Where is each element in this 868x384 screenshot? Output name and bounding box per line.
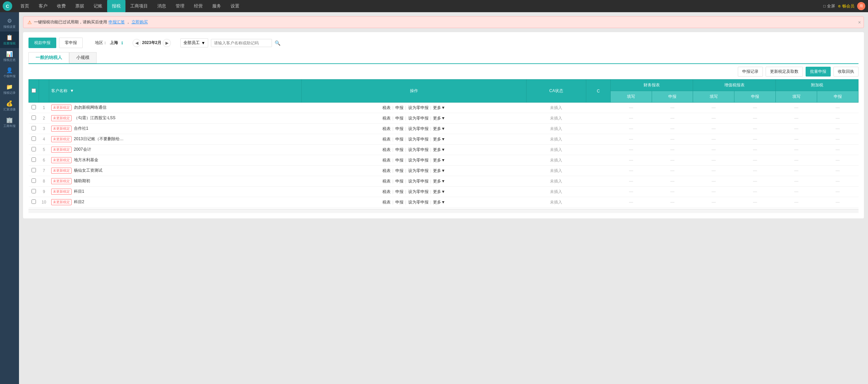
sidebar-item-tax-record[interactable]: 📁 报税记录 <box>0 81 19 98</box>
nav-business[interactable]: 工商项目 <box>125 0 153 12</box>
sidebar-item-personal-tax[interactable]: 👤 个税申报 <box>0 64 19 81</box>
op-more[interactable]: 更多▼ <box>433 126 445 131</box>
op-more[interactable]: 更多▼ <box>433 158 445 163</box>
row-checkbox[interactable] <box>32 147 36 151</box>
op-zero-declare[interactable]: 设为零申报 <box>408 116 429 121</box>
info-icon[interactable]: ℹ <box>121 41 123 45</box>
op-tax-table[interactable]: 税表 <box>382 179 391 184</box>
staff-select[interactable]: 全部员工 ▼ <box>180 38 208 47</box>
sub-tab-small[interactable]: 小规模 <box>69 52 97 63</box>
op-tax-table[interactable]: 税表 <box>382 168 391 173</box>
op-tax-table[interactable]: 税表 <box>382 200 391 205</box>
op-declare[interactable]: 申报 <box>395 189 403 194</box>
nav-settings[interactable]: 设置 <box>226 0 244 12</box>
nav-manage[interactable]: 管理 <box>171 0 189 12</box>
op-more[interactable]: 更多▼ <box>433 189 445 194</box>
row-checkbox[interactable] <box>32 189 36 193</box>
op-more[interactable]: 更多▼ <box>433 168 445 173</box>
op-declare[interactable]: 申报 <box>395 116 403 121</box>
search-button[interactable]: 🔍 <box>275 40 280 46</box>
nav-invoice[interactable]: 票据 <box>71 0 89 12</box>
nav-bookkeeping[interactable]: 记账 <box>89 0 107 12</box>
tab-zero-declaration[interactable]: 零申报 <box>59 38 83 48</box>
nav-home[interactable]: 首页 <box>16 0 34 12</box>
row-num: 10 <box>39 197 49 208</box>
row-checkbox-cell <box>29 124 39 134</box>
op-declare[interactable]: 申报 <box>395 137 403 142</box>
nav-fee[interactable]: 收费 <box>52 0 71 12</box>
op-tax-table[interactable]: 税表 <box>382 158 391 163</box>
op-declare[interactable]: 申报 <box>395 168 403 173</box>
sidebar-item-tax-settings[interactable]: ⚙ 报税设置 <box>0 15 19 31</box>
nav-customer[interactable]: 客户 <box>34 0 52 12</box>
op-zero-declare[interactable]: 设为零申报 <box>408 147 429 152</box>
op-zero-declare[interactable]: 设为零申报 <box>408 105 429 110</box>
row-checkbox[interactable] <box>32 105 36 109</box>
sidebar-label-tax-settings: 报税设置 <box>3 25 16 29</box>
sub-tab-general[interactable]: 一般的纳税人 <box>28 52 69 63</box>
op-tax-table[interactable]: 税表 <box>382 147 391 152</box>
op-zero-declare[interactable]: 设为零申报 <box>408 168 429 173</box>
op-more[interactable]: 更多▼ <box>433 147 445 152</box>
op-declare[interactable]: 申报 <box>395 179 403 184</box>
op-zero-declare[interactable]: 设为零申报 <box>408 158 429 163</box>
batch-declare-button[interactable]: 批量申报 <box>806 67 831 77</box>
sidebar-item-annual-settle[interactable]: 💰 汇算清缴 <box>0 98 19 114</box>
period-next-button[interactable]: ▶ <box>163 39 171 47</box>
vip-button[interactable]: ⊕ 畅会员 <box>838 3 854 9</box>
notice-link-declaration[interactable]: 申报汇签 <box>108 19 125 25</box>
op-zero-declare[interactable]: 设为零申报 <box>408 137 429 142</box>
period-prev-button[interactable]: ◀ <box>133 39 141 47</box>
op-zero-declare[interactable]: 设为零申报 <box>408 126 429 131</box>
fullscreen-button[interactable]: □ 全屏 <box>823 3 835 9</box>
notice-close-button[interactable]: × <box>858 20 861 25</box>
row-col-5: — <box>817 187 859 197</box>
row-checkbox[interactable] <box>32 178 36 183</box>
notice-link-buy[interactable]: 立即购买 <box>132 19 148 25</box>
row-checkbox[interactable] <box>32 199 36 204</box>
tax-overview-icon: 📊 <box>6 51 13 57</box>
row-checkbox[interactable] <box>32 157 36 162</box>
op-more[interactable]: 更多▼ <box>433 179 445 184</box>
op-zero-declare[interactable]: 设为零申报 <box>408 200 429 205</box>
row-checkbox[interactable] <box>32 126 36 130</box>
op-zero-declare[interactable]: 设为零申报 <box>408 179 429 184</box>
op-declare[interactable]: 申报 <box>395 147 403 152</box>
col-sort-icon[interactable]: ▼ <box>70 88 74 93</box>
row-col-3: — <box>734 113 776 124</box>
op-more[interactable]: 更多▼ <box>433 105 445 110</box>
op-declare[interactable]: 申报 <box>395 105 403 110</box>
nav-service[interactable]: 服务 <box>208 0 226 12</box>
row-col-3: — <box>734 176 776 187</box>
op-more[interactable]: 更多▼ <box>433 200 445 205</box>
row-checkbox[interactable] <box>32 168 36 172</box>
nav-operation[interactable]: 经营 <box>189 0 208 12</box>
op-zero-declare[interactable]: 设为零申报 <box>408 189 429 194</box>
op-more[interactable]: 更多▼ <box>433 137 445 142</box>
update-tax-button[interactable]: 更新税定及取数 <box>766 67 803 77</box>
avatar[interactable]: 用 <box>857 2 865 10</box>
nav-tax[interactable]: 报税 <box>107 0 125 12</box>
row-checkbox[interactable] <box>32 115 36 120</box>
nav-message[interactable]: 消息 <box>153 0 171 12</box>
op-tax-table[interactable]: 税表 <box>382 116 391 121</box>
sidebar-item-tax-overview[interactable]: 📊 报税总览 <box>0 48 19 65</box>
op-tax-table[interactable]: 税表 <box>382 105 391 110</box>
row-checkbox[interactable] <box>32 136 36 141</box>
search-input[interactable] <box>211 39 272 47</box>
declaration-record-button[interactable]: 申报记录 <box>738 67 763 77</box>
op-tax-table[interactable]: 税表 <box>382 137 391 142</box>
period-nav: ◀ 2023年2月 ▶ <box>133 39 171 47</box>
op-tax-table[interactable]: 税表 <box>382 126 391 131</box>
sidebar-item-batch-tax[interactable]: 📋 批量报税 <box>0 31 19 48</box>
op-more[interactable]: 更多▼ <box>433 116 445 121</box>
collect-receipt-button[interactable]: 收取回执 <box>833 67 859 77</box>
logo-icon[interactable]: C <box>3 1 12 11</box>
op-tax-table[interactable]: 税表 <box>382 189 391 194</box>
op-declare[interactable]: 申报 <box>395 158 403 163</box>
sidebar-item-annual-report[interactable]: 🏢 工商年报 <box>0 114 19 131</box>
op-declare[interactable]: 申报 <box>395 200 403 205</box>
tab-tax-declaration[interactable]: 税款申报 <box>28 38 56 48</box>
op-declare[interactable]: 申报 <box>395 126 403 131</box>
select-all-checkbox[interactable] <box>32 88 36 93</box>
